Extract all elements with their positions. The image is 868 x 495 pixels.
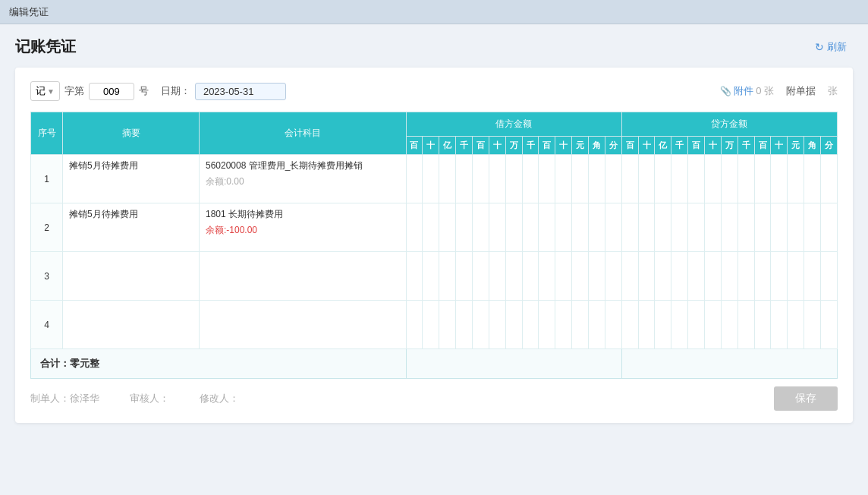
debit-digit-r1-c4[interactable] [456,155,473,203]
debit-digit-r3-c2[interactable] [423,252,439,301]
debit-digit-r4-c5[interactable] [473,301,489,349]
debit-digit-r4-c12[interactable] [589,301,605,349]
credit-digit-r1-c12[interactable] [804,155,821,203]
debit-digit-r2-c7[interactable] [505,203,522,252]
debit-digit-r1-c5[interactable] [473,155,489,203]
credit-digit-r4-c13[interactable] [821,301,838,349]
credit-digit-r1-c10[interactable] [771,155,788,203]
credit-digit-r3-c9[interactable] [754,252,771,301]
debit-digit-r2-c4[interactable] [456,203,473,252]
credit-digit-r3-c1[interactable] [621,252,638,301]
credit-digit-r3-c2[interactable] [638,252,655,301]
credit-digit-r2-c8[interactable] [737,203,754,252]
credit-digit-r2-c6[interactable] [705,203,722,252]
debit-digit-r1-c2[interactable] [423,155,439,203]
voucher-type-select[interactable]: 记 ▼ [30,81,60,101]
attach-single[interactable]: 附单据 [786,84,816,98]
debit-digit-r3-c7[interactable] [505,252,522,301]
credit-digit-r2-c2[interactable] [638,203,655,252]
debit-digit-r2-c11[interactable] [572,203,589,252]
debit-digit-r3-c12[interactable] [589,252,605,301]
debit-digit-r4-c1[interactable] [406,301,423,349]
credit-digit-r1-c8[interactable] [737,155,754,203]
row-summary-1[interactable]: 摊销5月待摊费用 [63,155,200,203]
debit-digit-r3-c5[interactable] [473,252,489,301]
debit-digit-r4-c9[interactable] [539,301,555,349]
debit-digit-r2-c10[interactable] [555,203,572,252]
voucher-number-input[interactable] [89,83,134,100]
credit-digit-r3-c13[interactable] [821,252,838,301]
credit-digit-r1-c13[interactable] [821,155,838,203]
credit-digit-r1-c5[interactable] [688,155,705,203]
credit-digit-r1-c4[interactable] [671,155,688,203]
row-summary-2[interactable]: 摊销5月待摊费用 [63,203,200,252]
debit-digit-r3-c9[interactable] [539,252,555,301]
debit-digit-r1-c13[interactable] [605,155,621,203]
table-row[interactable]: 4 [31,301,838,349]
row-account-1[interactable]: 56020008 管理费用_长期待摊费用摊销余额:0.00 [200,155,407,203]
row-account-4[interactable] [200,301,407,349]
credit-digit-r3-c3[interactable] [655,252,671,301]
credit-digit-r3-c5[interactable] [688,252,705,301]
date-input[interactable] [195,83,286,100]
credit-digit-r4-c2[interactable] [638,301,655,349]
credit-digit-r2-c12[interactable] [804,203,821,252]
debit-digit-r4-c13[interactable] [605,301,621,349]
debit-digit-r2-c5[interactable] [473,203,489,252]
debit-digit-r3-c1[interactable] [406,252,423,301]
row-summary-3[interactable] [63,252,200,301]
table-row[interactable]: 3 [31,252,838,301]
credit-digit-r2-c3[interactable] [655,203,671,252]
debit-digit-r1-c8[interactable] [522,155,539,203]
debit-digit-r2-c2[interactable] [423,203,439,252]
credit-digit-r3-c10[interactable] [771,252,788,301]
debit-digit-r3-c10[interactable] [555,252,572,301]
debit-digit-r1-c9[interactable] [539,155,555,203]
debit-digit-r1-c10[interactable] [555,155,572,203]
credit-digit-r1-c2[interactable] [638,155,655,203]
credit-digit-r4-c4[interactable] [671,301,688,349]
debit-digit-r1-c1[interactable] [406,155,423,203]
debit-digit-r4-c6[interactable] [489,301,505,349]
credit-digit-r2-c11[interactable] [788,203,804,252]
credit-digit-r4-c9[interactable] [754,301,771,349]
debit-digit-r2-c9[interactable] [539,203,555,252]
credit-digit-r1-c11[interactable] [788,155,804,203]
debit-digit-r2-c13[interactable] [605,203,621,252]
credit-digit-r4-c5[interactable] [688,301,705,349]
credit-digit-r1-c6[interactable] [705,155,722,203]
debit-digit-r3-c3[interactable] [439,252,456,301]
credit-digit-r2-c10[interactable] [771,203,788,252]
table-row[interactable]: 2摊销5月待摊费用1801 长期待摊费用余额:-100.00 [31,203,838,252]
credit-digit-r1-c3[interactable] [655,155,671,203]
debit-digit-r4-c10[interactable] [555,301,572,349]
debit-digit-r1-c3[interactable] [439,155,456,203]
refresh-button[interactable]: ↻ 刷新 [809,37,853,57]
debit-digit-r1-c6[interactable] [489,155,505,203]
table-row[interactable]: 1摊销5月待摊费用56020008 管理费用_长期待摊费用摊销余额:0.00 [31,155,838,203]
credit-digit-r3-c6[interactable] [705,252,722,301]
credit-digit-r3-c7[interactable] [721,252,737,301]
credit-digit-r2-c1[interactable] [621,203,638,252]
credit-digit-r1-c7[interactable] [721,155,737,203]
credit-digit-r4-c8[interactable] [737,301,754,349]
credit-digit-r3-c11[interactable] [788,252,804,301]
credit-digit-r2-c5[interactable] [688,203,705,252]
debit-digit-r4-c11[interactable] [572,301,589,349]
debit-digit-r3-c6[interactable] [489,252,505,301]
debit-digit-r1-c7[interactable] [505,155,522,203]
debit-digit-r4-c2[interactable] [423,301,439,349]
credit-digit-r3-c8[interactable] [737,252,754,301]
credit-digit-r2-c13[interactable] [821,203,838,252]
row-summary-4[interactable] [63,301,200,349]
credit-digit-r4-c6[interactable] [705,301,722,349]
credit-digit-r4-c7[interactable] [721,301,737,349]
credit-digit-r4-c10[interactable] [771,301,788,349]
debit-digit-r4-c4[interactable] [456,301,473,349]
debit-digit-r4-c8[interactable] [522,301,539,349]
save-button[interactable]: 保存 [774,386,838,411]
debit-digit-r4-c7[interactable] [505,301,522,349]
credit-digit-r4-c1[interactable] [621,301,638,349]
credit-digit-r3-c12[interactable] [804,252,821,301]
row-account-3[interactable] [200,252,407,301]
